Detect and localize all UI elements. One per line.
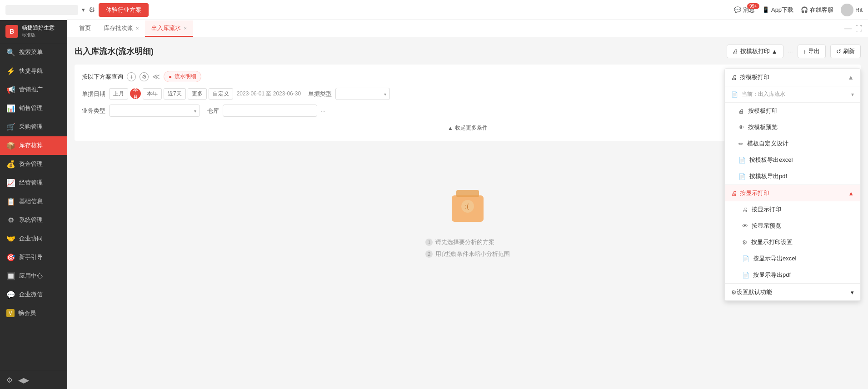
dropdown-footer[interactable]: ⚙ 设置默认功能 ▾	[725, 284, 860, 300]
filter-collapse-arrow[interactable]: ≪	[152, 72, 160, 81]
dropdown-sub-item-display-pdf[interactable]: 📄 按显示导出pdf	[725, 267, 860, 283]
dropdown-section2-header[interactable]: 🖨 按显示打印 ▲	[725, 185, 860, 201]
app-download-label: App下载	[771, 6, 793, 14]
dropdown-sub-item-display-print[interactable]: 🖨 按显示打印	[725, 201, 860, 218]
date-btn-custom[interactable]: 自定义	[209, 88, 233, 100]
app-download-item[interactable]: 📱 App下载	[762, 6, 793, 14]
section2-collapse-icon: ▲	[848, 190, 854, 197]
dropdown-sub-item-display-excel[interactable]: 📄 按显示导出excel	[725, 250, 860, 267]
filter-gear-btn[interactable]: ⚙	[140, 72, 149, 81]
tab-batch-account-label: 库存批次账	[104, 24, 133, 32]
system-icon: ⚙	[6, 216, 15, 224]
chevron-up-icon: ▲	[772, 48, 778, 55]
sidebar-item-guide-label: 新手引导	[19, 253, 43, 261]
bill-type-select[interactable]	[335, 88, 390, 100]
sidebar-item-inventory-label: 库存核算	[19, 141, 43, 150]
sidebar-item-quick-nav-label: 快捷导航	[19, 67, 43, 75]
app-center-icon: 🔲	[6, 272, 15, 280]
tab-inventory-flow[interactable]: 出入库流水 ×	[145, 20, 193, 37]
step1-text: 请先选择要分析的方案	[435, 236, 494, 248]
template-print-btn[interactable]: 🖨 按模板打印 ▲	[727, 45, 783, 58]
phone-icon: 📱	[762, 6, 769, 13]
date-btn-more[interactable]: 更多	[188, 88, 207, 100]
tab-batch-account[interactable]: 库存批次账 ×	[97, 20, 145, 37]
sidebar-item-guide[interactable]: 🎯 新手引导	[0, 248, 67, 267]
dropdown-item-template-design[interactable]: ✏ 模板自定义设计	[725, 135, 860, 152]
display-settings-label: 按显示打印设置	[751, 238, 793, 246]
finance-icon: 💰	[6, 160, 15, 169]
empty-icon: :(	[445, 182, 490, 227]
warehouse-more-icon[interactable]: ···	[321, 108, 325, 114]
dropdown-item-template-pdf[interactable]: 📄 按模板导出pdf	[725, 168, 860, 185]
purchase-icon: 🛒	[6, 123, 15, 131]
message-badge: 99+	[747, 3, 759, 9]
settings-bottom-icon[interactable]: ⚙	[6, 376, 13, 384]
search-dropdown-icon[interactable]: ▾	[82, 6, 85, 13]
sidebar-item-sales[interactable]: 📊 销售管理	[0, 99, 67, 118]
dropdown-close-btn[interactable]: ▲	[848, 74, 854, 81]
minimize-btn[interactable]: —	[844, 25, 852, 33]
sidebar-item-cooperation[interactable]: 🤝 企业协同	[0, 229, 67, 248]
tab-batch-account-close[interactable]: ×	[136, 25, 139, 31]
message-item[interactable]: 💬 消息 99+	[734, 6, 755, 14]
dropdown-item-template-print-label: 按模板打印	[748, 107, 778, 115]
search-input[interactable]	[5, 5, 78, 15]
dropdown-sub-item-display-preview[interactable]: 👁 按显示预览	[725, 218, 860, 234]
collapse-btn-label: 收起更多条件	[455, 124, 488, 132]
tab-inventory-flow-close[interactable]: ×	[184, 25, 186, 31]
sidebar-item-quick-nav[interactable]: ⚡ 快捷导航	[0, 62, 67, 80]
dropdown-item-template-preview-label: 按模板预览	[748, 123, 778, 131]
sidebar-item-purchase[interactable]: 🛒 采购管理	[0, 118, 67, 136]
date-btn-last-month[interactable]: 上月	[109, 88, 128, 100]
user-item[interactable]: Rit	[841, 4, 863, 16]
section2-title: 按显示打印	[740, 189, 769, 197]
dropdown-item-template-design-label: 模板自定义设计	[747, 140, 788, 148]
sidebar-bottom: ⚙ ◀▶	[0, 371, 67, 389]
sidebar-item-operation[interactable]: 📈 经营管理	[0, 174, 67, 192]
settings-default-icon: ⚙	[731, 289, 737, 296]
collapse-btn[interactable]: ▲ 收起更多条件	[448, 124, 488, 132]
industry-btn[interactable]: 体验行业方案	[99, 3, 149, 17]
sidebar-item-basic-label: 基础信息	[19, 197, 43, 205]
sidebar-item-wechat[interactable]: 💬 企业微信	[0, 285, 67, 304]
sidebar-item-finance-label: 资金管理	[19, 160, 43, 168]
dropdown-item-template-excel[interactable]: 📄 按模板导出excel	[725, 152, 860, 168]
tab-home[interactable]: 首页	[73, 20, 97, 37]
sidebar-item-app-center[interactable]: 🔲 应用中心	[0, 267, 67, 285]
sidebar-item-system[interactable]: ⚙ 系统管理	[0, 211, 67, 229]
refresh-btn[interactable]: ↺ 刷新	[830, 45, 861, 58]
date-btn-7days[interactable]: 近7天	[164, 88, 186, 100]
dropdown-item-template-print[interactable]: 🖨 按模板打印	[725, 103, 860, 119]
business-type-select[interactable]	[109, 105, 200, 117]
service-icon: 🎧	[801, 6, 808, 13]
template-print-icon: 🖨	[738, 108, 744, 115]
dropdown-current[interactable]: 📄 当前：出入库流水 ▾	[725, 86, 860, 103]
sidebar-item-finance[interactable]: 💰 资金管理	[0, 155, 67, 174]
filter-tag[interactable]: ● 流水明细	[164, 71, 201, 82]
filter-add-btn[interactable]: +	[127, 72, 136, 81]
sidebar-item-marketing[interactable]: 📢 营销推广	[0, 80, 67, 99]
sidebar-item-sales-label: 销售管理	[19, 104, 43, 112]
collapse-sidebar-icon[interactable]: ◀▶	[18, 376, 29, 384]
online-service-item[interactable]: 🎧 在线客服	[801, 6, 833, 14]
maximize-btn[interactable]: ⛶	[855, 25, 863, 33]
sidebar-item-inventory[interactable]: 📦 库存核算	[0, 136, 67, 155]
export-btn[interactable]: ↑ 导出	[798, 45, 826, 58]
topbar-gear-icon[interactable]: ⚙	[89, 5, 95, 14]
business-type-filter-group: 业务类型 ▾	[82, 105, 200, 117]
empty-step2: 2 用[过滤]条件来缩小分析范围	[425, 248, 509, 260]
date-range: 2023-06-01 至 2023-06-30	[237, 90, 301, 98]
operation-icon: 📈	[6, 179, 15, 187]
sidebar-item-search[interactable]: 🔍 搜索菜单	[0, 43, 67, 62]
sidebar-item-member[interactable]: V 畅会员	[0, 304, 67, 322]
dropdown-sub-item-display-settings[interactable]: ⚙ 按显示打印设置	[725, 234, 860, 250]
sidebar-item-operation-label: 经营管理	[19, 179, 43, 187]
display-print-icon: 🖨	[742, 206, 748, 213]
date-btn-this-month[interactable]: 本月	[130, 88, 141, 99]
dropdown-item-template-preview[interactable]: 👁 按模板预览	[725, 119, 860, 135]
warehouse-input[interactable]	[223, 105, 317, 117]
sidebar-item-basic[interactable]: 📋 基础信息	[0, 192, 67, 211]
date-btn-this-year[interactable]: 本年	[143, 88, 162, 100]
current-arrow: ▾	[851, 91, 854, 98]
warehouse-label: 仓库	[207, 107, 219, 115]
